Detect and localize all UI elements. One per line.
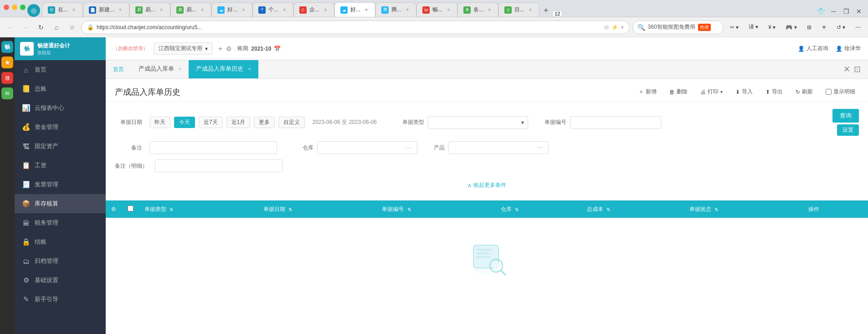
page-tab-inventory-list-close[interactable]: × xyxy=(179,66,181,72)
panel-expand-btn[interactable]: ⊡ xyxy=(854,64,861,74)
app-icon-chanjet[interactable]: 畅 xyxy=(1,41,13,53)
doc-number-input[interactable] xyxy=(570,116,661,129)
sidebar-item-newentry[interactable]: ✎ 新手引导 xyxy=(15,290,106,309)
new-tab-btn[interactable]: + xyxy=(539,4,552,17)
tab-7[interactable]: C 企... × xyxy=(293,2,334,17)
add-btn[interactable]: ＋ 新增 xyxy=(635,86,660,98)
scissors-btn[interactable]: ✂ ▾ xyxy=(726,21,742,34)
restore-btn[interactable]: ❐ xyxy=(841,6,852,17)
col-settings[interactable]: ⚙ xyxy=(106,200,122,218)
grid-btn[interactable]: ⊞ xyxy=(803,21,815,34)
tab-12-close[interactable]: × xyxy=(527,7,534,13)
sidebar-item-tax[interactable]: 🏛 税务管理 xyxy=(15,213,106,232)
yen-btn[interactable]: ¥ ▾ xyxy=(765,21,779,34)
tab-3[interactable]: 易 易... × xyxy=(129,2,170,17)
tab-6[interactable]: 个 个... × xyxy=(252,2,293,17)
print-btn[interactable]: 🖨 打印 ▾ xyxy=(697,86,726,98)
page-tab-inventory-history[interactable]: 产成品入库单历史 × xyxy=(189,60,258,78)
tab-9[interactable]: 腾 腾... × xyxy=(375,2,416,17)
tab-11[interactable]: 各 各... × xyxy=(457,2,498,17)
forward-btn[interactable]: → xyxy=(19,21,32,34)
app-icon-weibo[interactable]: 微 xyxy=(1,72,13,84)
remarks-input[interactable] xyxy=(149,141,277,154)
query-btn[interactable]: 查询 xyxy=(832,109,859,123)
page-tab-inventory-history-close[interactable]: × xyxy=(248,66,251,72)
sidebar-item-report[interactable]: 📊 云报表中心 xyxy=(15,98,106,118)
toolbar-more-btn[interactable]: ⋯ xyxy=(852,21,864,34)
game-btn[interactable]: 🎮 ▾ xyxy=(782,21,800,34)
warehouse-select[interactable]: ··· xyxy=(317,141,417,154)
col-doc-status[interactable]: 单据状态 ⇅ xyxy=(684,200,803,218)
tab-7-close[interactable]: × xyxy=(322,7,329,13)
sidebar-item-archive[interactable]: 🗂 归档管理 xyxy=(15,252,106,271)
select-all-checkbox[interactable] xyxy=(128,206,134,211)
tab-10[interactable]: M 畅... × xyxy=(416,2,457,17)
sun-btn[interactable]: ☀ xyxy=(818,21,830,34)
minimize-btn[interactable]: ─ xyxy=(828,6,839,17)
tab-8-close[interactable]: × xyxy=(363,7,370,13)
tab-2[interactable]: 📄 新建... × xyxy=(83,2,129,17)
tab-3-close[interactable]: × xyxy=(158,7,164,13)
date-btn-more[interactable]: 更多 xyxy=(254,117,275,128)
user-avatar[interactable]: 👤 徐泽华 xyxy=(836,45,861,52)
app-icon-star[interactable]: ★ xyxy=(1,57,13,68)
address-lightning-icon[interactable]: ⚡ xyxy=(611,24,618,31)
app-icon-mail[interactable]: ✉ xyxy=(1,87,13,99)
tab-6-close[interactable]: × xyxy=(281,7,288,13)
product-dots-icon[interactable]: ··· xyxy=(535,144,544,152)
breadcrumb-home[interactable]: 首页 xyxy=(113,66,124,73)
back-btn[interactable]: ← xyxy=(4,21,16,34)
refresh-btn[interactable]: ↻ xyxy=(35,21,47,34)
sidebar-item-home[interactable]: ⌂ 首页 xyxy=(15,60,106,79)
tab-1[interactable]: 在 在... × xyxy=(42,2,83,17)
company-selector[interactable]: 江西颐宝测试专用 ▾ xyxy=(154,42,213,55)
browser-close-btn[interactable]: ✕ xyxy=(853,6,864,17)
page-tab-inventory-list[interactable]: 产成品入库单 × xyxy=(131,60,189,78)
sidebar-item-invoice[interactable]: 🧾 发票管理 xyxy=(15,175,106,194)
sidebar-item-inventory[interactable]: 📦 库存核算 xyxy=(15,194,106,213)
tab-4[interactable]: 易 易... × xyxy=(170,2,211,17)
sidebar-item-settings[interactable]: ⚙ 基础设置 xyxy=(15,271,106,290)
export-btn[interactable]: ⬆ 导出 xyxy=(762,86,786,98)
col-warehouse[interactable]: 仓库 ⇅ xyxy=(495,200,581,218)
sidebar-item-payroll[interactable]: 📋 工资 xyxy=(15,156,106,175)
window-minimize-btn[interactable] xyxy=(12,5,17,10)
doc-type-select[interactable]: ▾ xyxy=(428,116,528,129)
tab-8[interactable]: ☁ 好... × xyxy=(334,2,375,17)
date-btn-last7[interactable]: 近7天 xyxy=(199,117,223,128)
tab-10-close[interactable]: × xyxy=(445,7,452,13)
col-doc-date[interactable]: 单据日期 ⇅ xyxy=(258,200,377,218)
panel-close-btn[interactable]: ✕ xyxy=(843,64,850,74)
tab-4-close[interactable]: × xyxy=(199,7,205,13)
col-doc-number[interactable]: 单据编号 ⇅ xyxy=(376,200,495,218)
sidebar-item-fixed[interactable]: 🏗 固定资产 xyxy=(15,137,106,156)
address-dropdown-icon[interactable]: ▾ xyxy=(621,24,624,31)
date-btn-today[interactable]: 今天 xyxy=(174,117,195,128)
favorite-btn[interactable]: ☆ xyxy=(66,21,78,34)
window-close-btn[interactable] xyxy=(4,5,9,10)
search-bar[interactable]: 🔍 360智能抠图免费用 热搜 xyxy=(632,21,724,34)
customer-service-btn[interactable]: 👤 人工咨询 xyxy=(798,45,828,52)
col-doc-type[interactable]: 单据类型 ⇅ xyxy=(139,200,258,218)
tab-5[interactable]: ☁ 好... × xyxy=(211,2,252,17)
tab-11-close[interactable]: × xyxy=(486,7,493,13)
tab-1-close[interactable]: × xyxy=(71,7,77,13)
tab-12[interactable]: S 目... × xyxy=(498,2,539,17)
display-checkbox-area[interactable]: 显示明细 xyxy=(822,86,859,98)
address-bar[interactable]: 🔒 https://cloud.chanjet.com/accounting/u… xyxy=(81,21,630,34)
sidebar-item-closing[interactable]: 🔒 结账 xyxy=(15,232,106,252)
date-btn-last-month[interactable]: 近1月 xyxy=(226,117,251,128)
col-total-cost[interactable]: 总成本 ⇅ xyxy=(581,200,684,218)
delete-btn[interactable]: 🗑 删除 xyxy=(666,86,691,98)
remarks-detail-input[interactable] xyxy=(155,159,282,172)
translate-btn[interactable]: 译 ▾ xyxy=(745,21,762,34)
add-company-btn[interactable]: + xyxy=(218,45,222,53)
undo-btn[interactable]: ↺ ▾ xyxy=(833,21,849,34)
display-checkbox[interactable] xyxy=(826,89,832,95)
calendar-icon[interactable]: 📅 xyxy=(274,46,281,52)
import-btn[interactable]: ⬇ 导入 xyxy=(732,86,756,98)
shirt-icon[interactable]: 👕 xyxy=(815,6,826,17)
warehouse-dots-icon[interactable]: ··· xyxy=(404,144,413,152)
refresh-action-btn[interactable]: ↻ 刷新 xyxy=(792,86,817,98)
tab-9-close[interactable]: × xyxy=(404,7,411,13)
